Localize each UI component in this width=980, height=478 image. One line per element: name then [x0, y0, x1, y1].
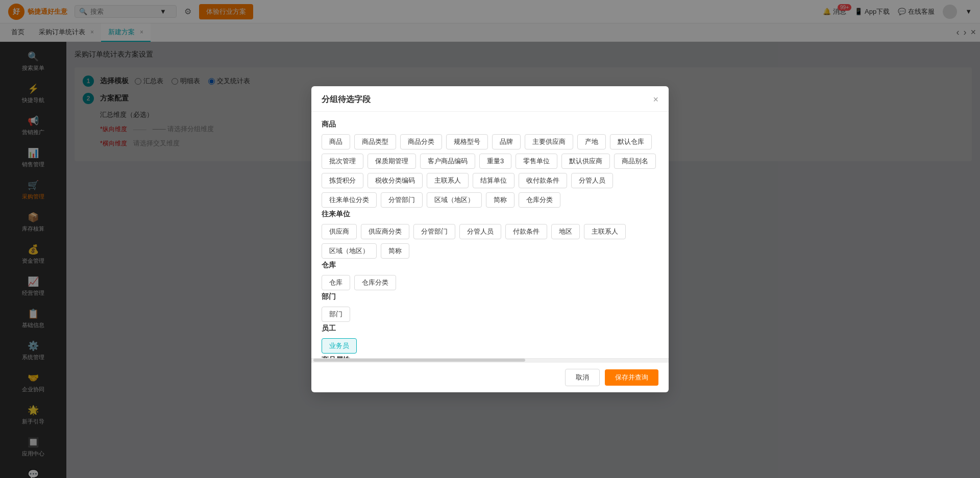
field-tag-0-1[interactable]: 商品类型: [354, 134, 396, 149]
section-2: 仓库仓库仓库分类: [322, 261, 658, 290]
field-tag-1-0[interactable]: 供应商: [322, 224, 357, 239]
field-tag-1-7[interactable]: 区域（地区）: [322, 243, 377, 259]
horizontal-scroll[interactable]: [311, 358, 669, 362]
section-title-2: 仓库: [322, 261, 658, 270]
field-tag-0-12[interactable]: 零售单位: [516, 154, 557, 169]
field-tag-1-4[interactable]: 付款条件: [505, 224, 547, 239]
section-4: 员工业务员: [322, 324, 658, 354]
section-title-0: 商品: [322, 120, 658, 129]
section-1: 往来单位供应商供应商分类分管部门分管人员付款条件地区主联系人区域（地区）简称: [322, 210, 658, 259]
field-tag-4-0[interactable]: 业务员: [322, 338, 357, 354]
modal-footer: 取消 保存并查询: [311, 362, 669, 392]
field-grid-3: 部门: [322, 307, 658, 322]
field-tag-0-15[interactable]: 拣货积分: [322, 173, 363, 188]
field-tag-1-1[interactable]: 供应商分类: [361, 224, 409, 239]
field-tag-0-25[interactable]: 仓库分类: [519, 192, 560, 208]
field-tag-0-7[interactable]: 默认仓库: [610, 134, 652, 149]
field-tag-0-0[interactable]: 商品: [322, 134, 350, 149]
cancel-button[interactable]: 取消: [565, 369, 600, 386]
modal-close-btn[interactable]: ×: [653, 95, 658, 104]
field-tag-0-4[interactable]: 品牌: [492, 134, 521, 149]
field-tag-0-16[interactable]: 税收分类编码: [368, 173, 423, 188]
field-tag-1-8[interactable]: 简称: [381, 243, 409, 259]
modal-title: 分组待选字段: [322, 94, 371, 105]
modal: 分组待选字段 × 商品商品商品类型商品分类规格型号品牌主要供应商产地默认仓库批次…: [311, 86, 669, 392]
field-tag-0-6[interactable]: 产地: [577, 134, 606, 149]
section-title-4: 员工: [322, 324, 658, 333]
section-3: 部门部门: [322, 292, 658, 322]
field-tag-0-11[interactable]: 重量3: [479, 154, 511, 169]
field-grid-2: 仓库仓库分类: [322, 275, 658, 290]
section-0: 商品商品商品类型商品分类规格型号品牌主要供应商产地默认仓库批次管理保质期管理客户…: [322, 120, 658, 208]
field-grid-0: 商品商品类型商品分类规格型号品牌主要供应商产地默认仓库批次管理保质期管理客户商品…: [322, 134, 658, 208]
field-tag-2-1[interactable]: 仓库分类: [354, 275, 396, 290]
field-tag-0-14[interactable]: 商品别名: [614, 154, 656, 169]
overlay: 分组待选字段 × 商品商品商品类型商品分类规格型号品牌主要供应商产地默认仓库批次…: [0, 0, 980, 478]
field-tag-3-0[interactable]: 部门: [322, 307, 350, 322]
field-tag-0-9[interactable]: 保质期管理: [368, 154, 416, 169]
field-tag-1-2[interactable]: 分管部门: [413, 224, 455, 239]
field-tag-0-3[interactable]: 规格型号: [446, 134, 488, 149]
field-tag-0-10[interactable]: 客户商品编码: [420, 154, 475, 169]
field-tag-1-6[interactable]: 主联系人: [584, 224, 626, 239]
field-tag-0-21[interactable]: 往来单位分类: [322, 192, 377, 208]
field-tag-0-13[interactable]: 默认供应商: [561, 154, 610, 169]
field-tag-0-20[interactable]: 分管人员: [571, 173, 613, 188]
field-tag-0-2[interactable]: 商品分类: [400, 134, 442, 149]
section-title-3: 部门: [322, 292, 658, 301]
save-button[interactable]: 保存并查询: [605, 369, 658, 386]
field-grid-1: 供应商供应商分类分管部门分管人员付款条件地区主联系人区域（地区）简称: [322, 224, 658, 259]
modal-header: 分组待选字段 ×: [311, 86, 669, 112]
field-tag-1-5[interactable]: 地区: [551, 224, 580, 239]
field-tag-0-19[interactable]: 收付款条件: [519, 173, 567, 188]
field-tag-0-8[interactable]: 批次管理: [322, 154, 363, 169]
section-title-1: 往来单位: [322, 210, 658, 219]
field-grid-4: 业务员: [322, 338, 658, 354]
field-tag-2-0[interactable]: 仓库: [322, 275, 350, 290]
field-tag-0-23[interactable]: 区域（地区）: [427, 192, 482, 208]
field-tag-0-24[interactable]: 简称: [486, 192, 514, 208]
field-tag-0-18[interactable]: 结算单位: [473, 173, 514, 188]
field-tag-0-17[interactable]: 主联系人: [427, 173, 469, 188]
field-tag-0-5[interactable]: 主要供应商: [525, 134, 573, 149]
field-tag-1-3[interactable]: 分管人员: [459, 224, 501, 239]
field-tag-0-22[interactable]: 分管部门: [381, 192, 423, 208]
modal-body[interactable]: 商品商品商品类型商品分类规格型号品牌主要供应商产地默认仓库批次管理保质期管理客户…: [311, 112, 669, 359]
